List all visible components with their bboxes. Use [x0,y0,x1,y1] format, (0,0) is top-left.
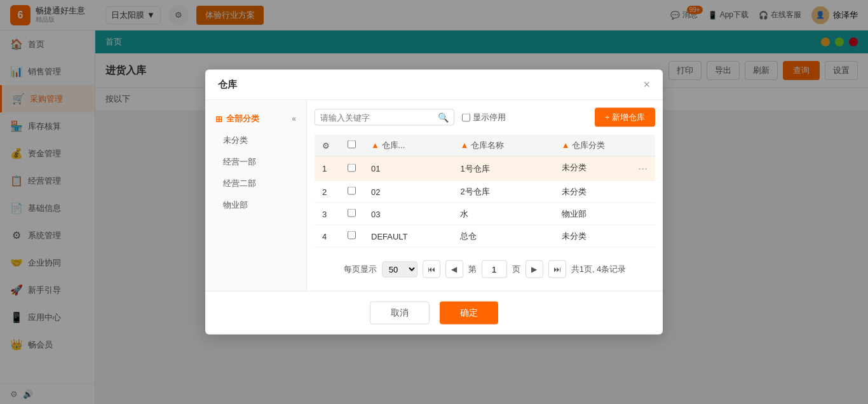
row1-category-text: 未分类 [562,163,587,172]
row2-name: 2号仓库 [452,180,553,203]
row2-checkbox[interactable] [348,187,356,195]
row3-num: 3 [315,203,340,225]
row1-name: 1号仓库 [452,156,553,180]
dialog-toolbar: 🔍 显示停用 + 新增仓库 [315,108,655,127]
row3-checkbox[interactable] [348,209,356,217]
per-page-label: 每页显示 [344,264,377,275]
dialog-right-panel: 🔍 显示停用 + 新增仓库 ⚙ [307,100,663,291]
th-category-label: 仓库分类 [572,140,605,150]
row1-category: 未分类 ··· [554,156,655,180]
row4-category: 未分类 [554,225,655,247]
row2-category: 未分类 [554,180,655,203]
next-page-button[interactable]: ▶ [526,260,543,278]
row1-code: 01 [363,156,452,180]
category-all-header[interactable]: ⊞ 全部分类 « [205,108,306,130]
dialog-left-panel: ⊞ 全部分类 « 未分类 经营一部 经营二部 物业部 [205,100,307,291]
first-page-button[interactable]: ⏮ [423,260,440,278]
confirm-button[interactable]: 确定 [440,302,498,325]
row3-check[interactable] [340,203,363,225]
dialog-footer: 取消 确定 [205,291,663,335]
row4-check[interactable] [340,225,363,247]
row3-name: 水 [452,203,553,225]
settings-col-icon: ⚙ [322,140,330,150]
th-category: ▲ 仓库分类 [554,135,655,157]
sort-icon-name: ▲ [460,140,468,150]
row2-num: 2 [315,180,340,203]
row4-checkbox[interactable] [348,231,356,239]
category-all-label: 全部分类 [226,113,259,125]
table-row[interactable]: 2 02 2号仓库 未分类 [315,180,655,203]
table-body: 1 01 1号仓库 未分类 ··· 2 02 [315,156,655,247]
page-label: 第 [468,264,477,275]
table-row[interactable]: 4 DEFAULT 总仓 未分类 [315,225,655,247]
row4-num: 4 [315,225,340,247]
th-name: ▲ 仓库名称 [452,135,553,157]
dialog-close-button[interactable]: × [643,78,650,91]
show-disabled-checkbox[interactable] [462,113,470,121]
warehouse-table-container: ⚙ ▲ 仓库... ▲ 仓库名称 [315,135,655,248]
search-box: 🔍 [315,109,454,126]
select-all-checkbox[interactable] [348,140,356,149]
table-row[interactable]: 1 01 1号仓库 未分类 ··· [315,156,655,180]
row2-code: 02 [363,180,452,203]
category-item-unclassified[interactable]: 未分类 [205,130,306,151]
category-item-dept2[interactable]: 经营二部 [205,173,306,194]
table-row[interactable]: 3 03 水 物业部 [315,203,655,225]
show-disabled-text: 显示停用 [473,112,506,123]
th-name-label: 仓库名称 [471,140,504,150]
collapse-icon[interactable]: « [292,114,296,123]
show-disabled-label: 显示停用 [462,112,506,123]
th-code: ▲ 仓库... [363,135,452,157]
sort-icon-cat: ▲ [562,140,570,150]
dialog-header: 仓库 × [205,70,663,100]
row4-code: DEFAULT [363,225,452,247]
category-item-dept1[interactable]: 经营一部 [205,151,306,173]
dialog-title: 仓库 [218,79,237,91]
row1-more-button[interactable]: ··· [638,162,648,175]
row3-category: 物业部 [554,203,655,225]
th-settings: ⚙ [315,135,340,157]
row4-name: 总仓 [452,225,553,247]
row2-check[interactable] [340,180,363,203]
table-header: ⚙ ▲ 仓库... ▲ 仓库名称 [315,135,655,157]
grid-icon: ⊞ [215,114,222,123]
th-code-label: 仓库... [382,140,405,150]
add-warehouse-button[interactable]: + 新增仓库 [595,108,655,127]
search-input[interactable] [320,112,438,122]
cancel-button[interactable]: 取消 [370,302,430,325]
th-check [340,135,363,157]
last-page-button[interactable]: ⏭ [548,260,566,278]
dialog-body: ⊞ 全部分类 « 未分类 经营一部 经营二部 物业部 🔍 显示停用 + 新增仓库 [205,100,663,291]
prev-page-button[interactable]: ◀ [445,260,463,278]
row1-num: 1 [315,156,340,180]
row1-check[interactable] [340,156,363,180]
category-item-property[interactable]: 物业部 [205,194,306,216]
page-size-select[interactable]: 50 10 20 100 [382,261,417,277]
row3-code: 03 [363,203,452,225]
page-unit: 页 [512,264,520,275]
total-info: 共1页, 4条记录 [571,264,627,275]
warehouse-table: ⚙ ▲ 仓库... ▲ 仓库名称 [315,135,655,248]
warehouse-dialog: 仓库 × ⊞ 全部分类 « 未分类 经营一部 经营二部 物业部 🔍 [205,70,663,335]
page-number-input[interactable] [482,260,507,278]
row1-checkbox[interactable] [348,163,356,172]
sort-icon: ▲ [371,140,379,150]
search-icon: 🔍 [438,112,449,123]
pagination: 每页显示 50 10 20 100 ⏮ ◀ 第 页 ▶ ⏭ 共1页, 4条记录 [315,255,655,283]
